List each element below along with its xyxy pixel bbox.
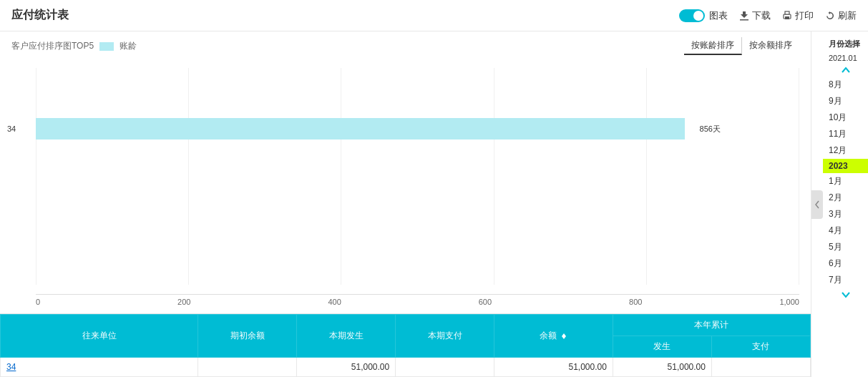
month-item-6[interactable]: 6月	[823, 255, 868, 272]
x-axis: 0 200 400 600 800 1,000	[36, 294, 799, 306]
month-item-9[interactable]: 9月	[823, 93, 868, 109]
svg-rect-3	[785, 16, 789, 19]
sidebar-title: 月份选择	[823, 34, 868, 52]
month-item-7[interactable]: 7月	[823, 272, 868, 288]
month-item-4[interactable]: 4月	[823, 222, 868, 239]
month-item-2[interactable]: 2月	[823, 190, 868, 206]
svg-rect-2	[785, 11, 789, 14]
x-gridlines	[36, 68, 799, 285]
month-item-5[interactable]: 5月	[823, 239, 868, 255]
chart-toggle-wrap: 图表	[679, 9, 728, 22]
download-icon	[739, 11, 749, 21]
x-label-0: 0	[36, 298, 40, 306]
month-item-8[interactable]: 8月	[823, 77, 868, 93]
gridline-1	[188, 68, 189, 285]
cell-balance: 51,000.00	[494, 358, 613, 377]
x-label-200: 200	[177, 298, 190, 306]
bar-row-label: 34	[7, 124, 16, 133]
col-ytd-header: 本年累计	[613, 315, 810, 336]
chart-legend: 客户应付排序图TOP5 账龄	[11, 40, 137, 52]
cell-opening	[198, 358, 297, 377]
month-item-3[interactable]: 3月	[823, 206, 868, 222]
col-ytd-occurred-header: 发生	[613, 336, 711, 358]
bar-fill: 856天	[36, 118, 685, 139]
month-item-12[interactable]: 12月	[823, 142, 868, 159]
cell-ytd-occurred: 51,000.00	[613, 358, 711, 377]
page-title: 应付统计表	[11, 8, 679, 23]
x-label-1000: 1,000	[779, 298, 799, 306]
refresh-button[interactable]: 刷新	[825, 9, 857, 22]
scroll-up-button[interactable]	[823, 64, 868, 77]
gridline-4	[646, 68, 647, 285]
gridline-5	[799, 68, 799, 285]
bar-chart-wrap: 34 856天 0 200 400 600 800 1,000	[0, 61, 811, 313]
expand-icon	[814, 200, 820, 209]
bar-row: 34 856天	[36, 111, 799, 147]
col-occurred-header: 本期发生	[297, 315, 396, 358]
legend-color-box	[99, 42, 114, 51]
sort-icon	[560, 333, 567, 340]
chart-sort-buttons: 按账龄排序 按余额排序	[684, 37, 799, 55]
gridline-3	[494, 68, 494, 285]
cell-paid	[396, 358, 494, 377]
data-table-wrap: 往来单位 期初余额 本期发生 本期支付 余额 本年累计 发生	[0, 313, 811, 377]
table-row: 34 51,000.00 51,000.00 51,000.00	[1, 358, 811, 377]
cell-occurred: 51,000.00	[297, 358, 396, 377]
chart-toggle-label: 图表	[709, 9, 728, 22]
data-table: 往来单位 期初余额 本期发生 本期支付 余额 本年累计 发生	[0, 314, 811, 377]
current-year-label: 2023	[823, 159, 868, 173]
bar-track: 856天	[36, 118, 799, 139]
col-paid-header: 本期支付	[396, 315, 494, 358]
print-icon	[782, 11, 792, 21]
gridline-2	[341, 68, 341, 285]
col-ytd-paid-header: 支付	[711, 336, 810, 358]
unit-link[interactable]: 34	[6, 362, 16, 372]
month-item-1[interactable]: 1月	[823, 173, 868, 190]
col-unit-header: 往来单位	[1, 315, 198, 358]
month-sidebar: 月份选择 2021.01 8月 9月 10月 11月 12月 2023 1月 2…	[811, 31, 868, 377]
x-label-600: 600	[479, 298, 492, 306]
month-item-11[interactable]: 11月	[823, 126, 868, 142]
sort-by-age-button[interactable]: 按账龄排序	[684, 37, 742, 55]
chart-toggle[interactable]	[679, 9, 705, 22]
legend-label: 客户应付排序图TOP5	[11, 40, 94, 52]
cell-unit: 34	[1, 358, 198, 377]
refresh-icon	[825, 11, 835, 21]
chevron-down-icon	[841, 291, 851, 298]
sidebar-current-display: 2021.01	[823, 52, 868, 64]
col-balance-header: 余额	[494, 315, 613, 358]
sidebar-content: 月份选择 2021.01 8月 9月 10月 11月 12月 2023 1月 2…	[823, 31, 868, 377]
month-item-10[interactable]: 10月	[823, 109, 868, 126]
gridline-0	[36, 68, 36, 285]
col-opening-header: 期初余额	[198, 315, 297, 358]
sort-by-balance-button[interactable]: 按余额排序	[742, 37, 799, 55]
print-button[interactable]: 打印	[782, 9, 814, 22]
sidebar-expand-button[interactable]	[811, 190, 823, 219]
svg-rect-0	[740, 19, 748, 21]
cell-ytd-paid	[711, 358, 810, 377]
legend-color-label: 账龄	[120, 40, 137, 52]
x-label-800: 800	[629, 298, 642, 306]
download-button[interactable]: 下载	[739, 9, 771, 22]
x-label-400: 400	[328, 298, 341, 306]
bar-end-label: 856天	[700, 124, 721, 134]
chevron-up-icon	[841, 67, 851, 74]
scroll-down-button[interactable]	[823, 288, 868, 301]
